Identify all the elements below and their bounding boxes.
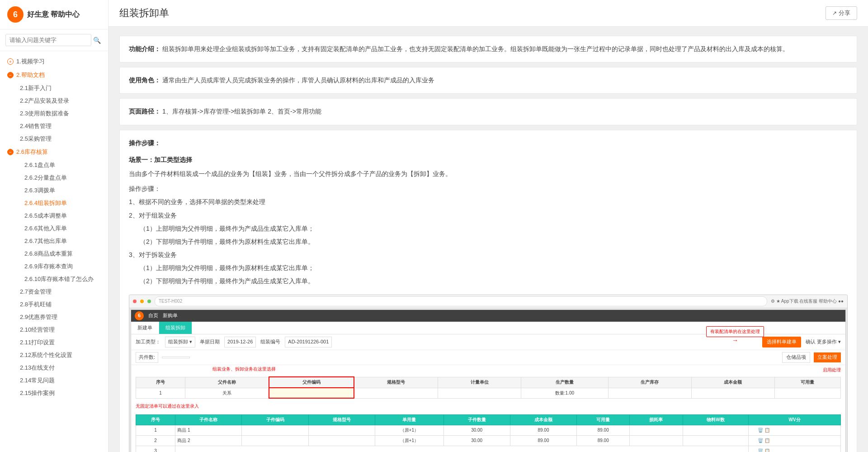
th-available: 可用量	[774, 377, 841, 388]
search-button[interactable]: 🔍	[91, 35, 103, 46]
annotation1-text: 有装配清单的在这里处理	[706, 326, 764, 337]
th-inventory: 生产库存	[608, 377, 691, 388]
td-parent-name-1: 关系	[185, 388, 269, 398]
tab-new[interactable]: 新建单	[131, 322, 159, 334]
ltr2-w	[683, 436, 749, 446]
url-bar: TEST-H002	[155, 296, 767, 306]
ltr1-cost: 89.00	[510, 425, 576, 436]
count-label: 共件数:	[136, 352, 158, 363]
main-content: 组装拆卸单 ↗ 分享 功能介绍： 组装拆卸单用来处理企业组装或拆卸等加工业务，支…	[108, 0, 868, 452]
sidebar-item-docs[interactable]: − 2.帮助文档	[0, 68, 108, 82]
lower-table-area: 序号 子件名称 子件编码 规格型号 单用量 子件数量 成本金额 可用量 损耗率	[131, 413, 845, 452]
form-no-value[interactable]: AD-20191226-001	[285, 337, 332, 347]
lth-spec: 规格型号	[308, 415, 375, 425]
sidebar-item-29[interactable]: 2.9优惠券管理	[16, 311, 108, 324]
ltr1-code	[242, 425, 308, 436]
sidebar-item-267[interactable]: 2.6.7其他出库单	[21, 235, 108, 247]
page-title: 组装拆卸单	[119, 6, 169, 20]
steps-label: 操作步骤：	[129, 183, 848, 195]
td-inv-1	[608, 388, 691, 398]
sidebar-item-22[interactable]: 2.2产品安装及登录	[16, 95, 108, 107]
ltr2-wv: 🗑️ 📋	[749, 436, 841, 446]
ltr2-code	[242, 436, 308, 446]
sidebar-item-265[interactable]: 2.6.5成本调整单	[21, 209, 108, 222]
lth-seq: 序号	[136, 415, 175, 425]
scene1-desc: 当由多个子件材料组装成一个成品的业务为【组装】业务，当由一个父件拆分成多个子产品…	[129, 168, 848, 180]
ltr1-w	[683, 425, 749, 436]
expand-icon: +	[7, 58, 14, 65]
sidebar-item-25[interactable]: 2.5采购管理	[16, 133, 108, 145]
lth-child-name: 子件名称	[175, 415, 242, 425]
lth-child-code: 子件编码	[242, 415, 308, 425]
annotation3-label: 组装业务、拆卸业务在这里选择	[212, 365, 276, 374]
sidebar-item-28[interactable]: 2.8手机旺铺	[16, 298, 108, 311]
warehouse-field[interactable]: 仓储品项	[782, 352, 810, 363]
th-seq: 序号	[136, 377, 185, 388]
form-type-label: 加工类型：	[136, 338, 160, 347]
sidebar-item-266[interactable]: 2.6.6其他入库单	[21, 222, 108, 235]
type-row: 共件数: 组装业务、拆卸业务在这里选择 仓储品项 立案处理	[131, 350, 845, 365]
share-label: 分享	[839, 9, 850, 17]
btn-assembly-bom[interactable]: 选择料单建单	[762, 337, 801, 347]
search-area: 🔍	[0, 29, 108, 51]
step3-sub1: （1）上部明细为父件明细，最终作为原材料生成某它出库单；	[140, 262, 848, 274]
sidebar-item-262[interactable]: 2.6.2分量盘点单	[21, 171, 108, 184]
sidebar-item-214[interactable]: 2.14常见问题	[16, 374, 108, 387]
td-qty-1: 数量:1.00	[521, 388, 608, 398]
path-card: 页面路径： 1、库存核算->库存管理->组装拆卸单 2、首页->常用功能	[119, 98, 857, 125]
sidebar-item-215[interactable]: 2.15操作案例	[16, 387, 108, 400]
form-type-dropdown[interactable]: 组装拆卸 ▾	[165, 337, 195, 347]
sidebar-item-211[interactable]: 2.11打印设置	[16, 336, 108, 349]
sidebar-item-label: 2.帮助文档	[16, 71, 45, 79]
ltr3-wv: 🗑️ 📋	[749, 446, 841, 452]
sidebar-item-269[interactable]: 2.6.9库存账本查询	[21, 260, 108, 273]
td-parent-code-1[interactable]	[269, 388, 354, 398]
logo-text: 好生意 帮助中心	[27, 10, 80, 19]
lth-child-qty: 子件数量	[443, 415, 510, 425]
role-card: 使用角色： 通常由生产人员或库管人员完成拆装业务的操作，库管人员确认原材料的出库…	[119, 67, 857, 94]
sidebar-item-263[interactable]: 2.6.3调拨单	[21, 184, 108, 197]
lth-unit-qty: 单用量	[375, 415, 444, 425]
nav-list: + 1.视频学习 − 2.帮助文档 2.1新手入门 2.2产品安装及登录 2.3…	[0, 51, 108, 452]
sidebar-item-24[interactable]: 2.4销售管理	[16, 120, 108, 133]
ltr2-avail: 89.00	[577, 436, 630, 446]
th-spec: 规格型号	[354, 377, 438, 388]
sidebar-item-210[interactable]: 2.10经营管理	[16, 324, 108, 336]
sidebar-item-268[interactable]: 2.6.8商品成本重算	[21, 247, 108, 260]
logo-icon: 6	[7, 6, 24, 23]
step2-sub2: （2）下部明细为子件明细，最终作为原材料生成某它出库单。	[140, 236, 848, 247]
path-label: 页面路径：	[129, 108, 160, 115]
sidebar: 6 好生意 帮助中心 🔍 + 1.视频学习 − 2.帮助文档 2.1新手入门 2…	[0, 0, 108, 452]
lth-wv: WV分	[749, 415, 841, 425]
step3-sub2: （2）下部明细为子件明细，最终作为产成品生成某它入库单。	[140, 276, 848, 287]
annotation-box-1: 有装配清单的在这里处理 →	[706, 326, 764, 343]
sidebar-item-26[interactable]: − 2.6库存核算	[7, 145, 108, 159]
th-cost: 成本金额	[691, 377, 774, 388]
ltr3-empty	[175, 446, 749, 452]
logo-area: 6 好生意 帮助中心	[0, 0, 108, 29]
share-button[interactable]: ↗ 分享	[826, 6, 857, 20]
search-input[interactable]	[5, 34, 91, 46]
th-qty: 生产数量	[521, 377, 608, 388]
function-intro-label: 功能介绍：	[129, 45, 160, 52]
sidebar-item-264[interactable]: 2.6.4组装拆卸单	[21, 197, 108, 209]
form-date-value[interactable]: 2019-12-26	[224, 337, 256, 347]
sidebar-item-27[interactable]: 2.7资金管理	[16, 285, 108, 298]
step2: 2、对于组装业务	[129, 210, 848, 221]
count-value[interactable]	[162, 357, 190, 358]
sidebar-item-2610[interactable]: 2.6.10库存账本错了怎么办	[21, 273, 108, 285]
lth-w: 物料W数	[683, 415, 749, 425]
form-row: 加工类型： 组装拆卸 ▾ 单据日期 2019-12-26 组装编号 AD-201…	[131, 334, 845, 350]
process-btn[interactable]: 立案处理	[814, 352, 841, 362]
sidebar-item-23[interactable]: 2.3使用前数据准备	[16, 107, 108, 120]
sidebar-item-213[interactable]: 2.13在线支付	[16, 362, 108, 374]
step3: 3、对于拆装业务	[129, 249, 848, 261]
sidebar-item-video[interactable]: + 1.视频学习	[0, 55, 108, 68]
btn-confirm[interactable]: 确认 更多操作 ▾	[806, 338, 841, 347]
sidebar-item-261[interactable]: 2.6.1盘点单	[21, 159, 108, 171]
tab-assembly[interactable]: 组装拆卸	[159, 322, 192, 334]
sidebar-item-212[interactable]: 2.12系统个性化设置	[16, 349, 108, 362]
collapse-icon-26: −	[7, 149, 14, 155]
sidebar-item-21[interactable]: 2.1新手入门	[16, 82, 108, 95]
step2-sub1: （1）上部明细为父件明细，最终作为产成品生成某它入库单；	[140, 223, 848, 234]
